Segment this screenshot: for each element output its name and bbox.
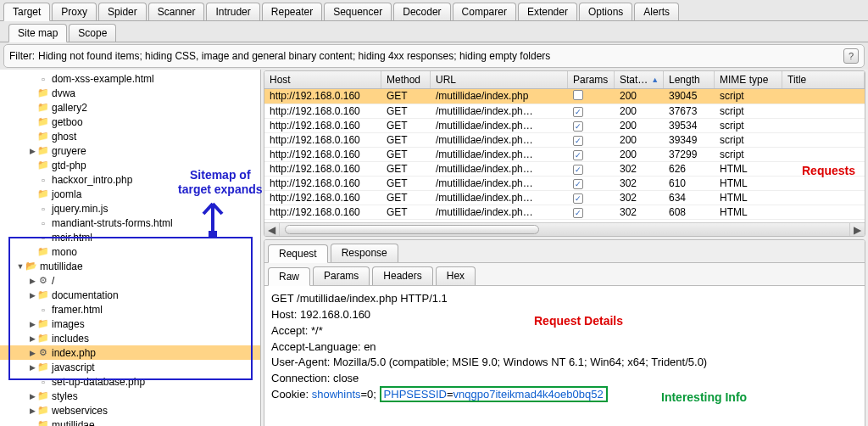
tab-scanner[interactable]: Scanner [148, 3, 205, 20]
params-checkbox-icon: ✓ [573, 107, 583, 117]
tab-decoder[interactable]: Decoder [393, 3, 450, 20]
tree-item[interactable]: ▶⚙index.php [0, 345, 260, 360]
tab-params[interactable]: Params [313, 266, 370, 285]
expand-caret-icon[interactable]: ▶ [27, 349, 37, 357]
folder-closed-icon: 📁 [37, 419, 49, 426]
folder-closed-icon: 📁 [37, 362, 49, 373]
help-icon[interactable]: ? [843, 48, 859, 64]
tree-item[interactable]: ▶📁images [0, 317, 260, 331]
subtab-scope[interactable]: Scope [69, 24, 116, 42]
expand-caret-icon[interactable]: ▶ [27, 277, 37, 285]
col-header[interactable]: MIME type [715, 71, 782, 88]
table-row[interactable]: http://192.168.0.160GET/mutillidae/index… [264, 205, 865, 220]
expand-caret-icon[interactable]: ▶ [27, 320, 37, 328]
request-response-tabs: RequestResponse [264, 240, 865, 263]
col-header[interactable]: Method [381, 71, 431, 88]
tree-item[interactable]: ▶📁webservices [0, 403, 260, 418]
col-header[interactable]: Stat…▲ [615, 71, 664, 88]
folder-closed-icon: 📁 [37, 333, 49, 344]
raw-request-text[interactable]: GET /mutillidae/index.php HTTP/1.1 Host:… [264, 286, 865, 408]
highlighted-cookie: PHPSESSID=vnqgpo7iteikmad4k4oeb0bq52 [380, 386, 608, 402]
params-checkbox-icon: ✓ [573, 136, 583, 146]
tree-item[interactable]: ▫mcir.html [0, 230, 260, 244]
tab-target[interactable]: Target [3, 3, 50, 21]
col-header[interactable]: Params [568, 71, 615, 88]
expand-caret-icon[interactable]: ▶ [27, 363, 37, 372]
tab-hex[interactable]: Hex [436, 266, 476, 285]
tab-proxy[interactable]: Proxy [52, 3, 97, 20]
col-header[interactable]: Length [664, 71, 715, 88]
tree-item[interactable]: 📁ghost [0, 129, 260, 143]
tab-alerts[interactable]: Alerts [634, 3, 679, 20]
main-tabs: TargetProxySpiderScannerIntruderRepeater… [0, 0, 868, 21]
table-row[interactable]: http://192.168.0.160GET/mutillidae/index… [264, 177, 865, 191]
tree-item[interactable]: 📁getboo [0, 115, 260, 129]
tree-item[interactable]: ▫framer.html [0, 302, 260, 317]
params-checkbox-icon: ✓ [573, 150, 583, 160]
tree-item[interactable]: ▶⚙/ [0, 273, 260, 288]
folder-closed-icon: 📁 [37, 246, 49, 257]
horizontal-scrollbar[interactable]: ◀ ▶ [264, 222, 865, 236]
tree-item[interactable]: ▶📁javascript [0, 360, 260, 374]
site-tree[interactable]: ▫dom-xss-example.html📁dvwa📁gallery2📁getb… [0, 70, 261, 426]
tab-response[interactable]: Response [331, 244, 398, 262]
tab-raw[interactable]: Raw [268, 267, 310, 286]
tree-item[interactable]: ▫set-up-database.php [0, 374, 260, 389]
tab-spider[interactable]: Spider [98, 3, 147, 20]
tree-item[interactable]: ▶📁includes [0, 331, 260, 345]
tree-item[interactable]: ▶📁documentation [0, 288, 260, 302]
http-line: GET /mutillidae/index.php HTTP/1.1 [271, 292, 448, 305]
scroll-knob[interactable] [285, 225, 539, 234]
expand-caret-icon[interactable]: ▶ [27, 406, 37, 415]
folder-closed-icon: 📁 [37, 102, 49, 113]
annotation-requests: Requests [802, 164, 855, 177]
table-row[interactable]: http://192.168.0.160GET/mutillidae/index… [264, 191, 865, 205]
tab-headers[interactable]: Headers [372, 266, 432, 285]
expand-caret-icon[interactable]: ▶ [27, 147, 37, 155]
folder-closed-icon: 📁 [37, 390, 49, 401]
tab-intruder[interactable]: Intruder [206, 3, 259, 20]
expand-caret-icon[interactable]: ▼ [15, 262, 25, 271]
tree-item[interactable]: 📁dvwa [0, 86, 260, 100]
tree-item[interactable]: 📁gallery2 [0, 100, 260, 115]
tree-item[interactable]: ▶📁styles [0, 389, 260, 403]
annotation-sitemap: Sitemap oftarget expands [178, 168, 263, 197]
expand-caret-icon[interactable]: ▶ [27, 291, 37, 300]
tab-options[interactable]: Options [579, 3, 632, 20]
table-row[interactable]: http://192.168.0.160GET/mutillidae/index… [264, 148, 865, 162]
filter-bar[interactable]: Filter: Hiding not found items; hiding C… [3, 44, 865, 68]
file-icon: ▫ [37, 217, 49, 228]
sub-tabs: Site mapScope [0, 21, 868, 42]
tab-extender[interactable]: Extender [518, 3, 577, 20]
tree-item[interactable]: 📁mutillidae [0, 418, 260, 426]
tab-request[interactable]: Request [268, 244, 328, 263]
detail-panel: RequestResponse RawParamsHeadersHex GET … [264, 239, 865, 426]
scroll-right-icon[interactable]: ▶ [849, 223, 865, 237]
tab-comparer[interactable]: Comparer [453, 3, 516, 20]
col-header[interactable]: Host [264, 71, 381, 88]
tree-item[interactable]: 📁mono [0, 244, 260, 259]
filter-label: Filter: [9, 50, 35, 62]
table-body[interactable]: http://192.168.0.160GET/mutillidae/index… [264, 89, 865, 222]
tree-item[interactable]: ▼📂mutillidae [0, 259, 260, 273]
table-row[interactable]: http://192.168.0.160GET/mutillidae/index… [264, 89, 865, 104]
folder-closed-icon: 📁 [37, 318, 49, 329]
tab-repeater[interactable]: Repeater [262, 3, 322, 20]
table-row[interactable]: http://192.168.0.160GET/mutillidae/index… [264, 104, 865, 119]
expand-caret-icon[interactable]: ▶ [27, 334, 37, 343]
col-header[interactable]: URL [431, 71, 568, 88]
table-row[interactable]: http://192.168.0.160GET/mutillidae/index… [264, 119, 865, 133]
col-header[interactable]: Title [782, 71, 865, 88]
params-checkbox-icon: ✓ [573, 193, 583, 204]
expand-caret-icon[interactable]: ▶ [27, 392, 37, 401]
tree-item[interactable]: ▫jquery.min.js [0, 201, 260, 216]
tab-sequencer[interactable]: Sequencer [324, 3, 392, 20]
tree-item[interactable]: ▫mandiant-struts-forms.html [0, 216, 260, 230]
table-header-row: HostMethodURLParamsStat…▲LengthMIME type… [264, 71, 865, 89]
table-row[interactable]: http://192.168.0.160GET/mutillidae/index… [264, 133, 865, 148]
tree-item[interactable]: ▶📁gruyere [0, 143, 260, 158]
table-row[interactable]: http://192.168.0.160GET/mutillidae/index… [264, 162, 865, 177]
scroll-left-icon[interactable]: ◀ [264, 223, 280, 237]
tree-item[interactable]: ▫dom-xss-example.html [0, 71, 260, 86]
subtab-site-map[interactable]: Site map [8, 24, 67, 42]
